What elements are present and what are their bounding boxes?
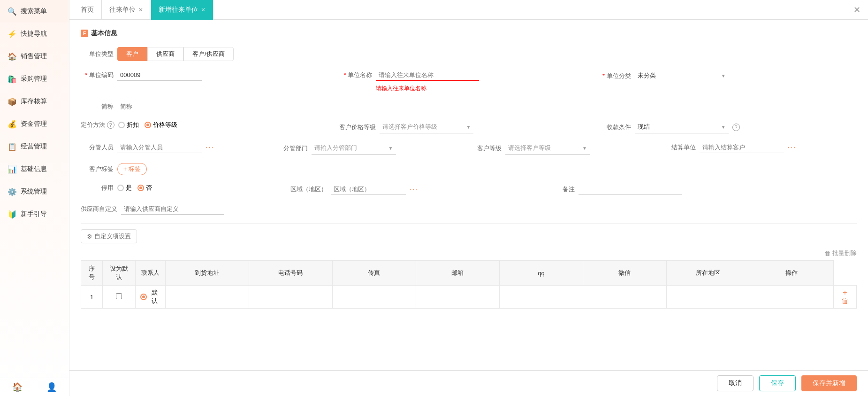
table-header-设为默认: 设为默认 (102, 261, 135, 286)
short-name-input[interactable] (117, 101, 221, 112)
tab-new-trading-unit[interactable]: 新增往来单位✕ (151, 0, 213, 20)
sidebar-label-inventory: 库存核算 (21, 97, 47, 106)
region-input[interactable] (331, 184, 406, 195)
row-contact[interactable] (165, 286, 249, 309)
sidebar-item-search[interactable]: 🔍搜索菜单 (0, 0, 69, 23)
disabled-field: 停用 是否 (81, 184, 290, 192)
close-all-tabs-button[interactable]: ✕ (850, 5, 864, 15)
unit-type-label: 单位类型 (81, 50, 114, 58)
email-input[interactable] (504, 294, 578, 301)
row-default-cell[interactable]: 默认 (135, 286, 165, 309)
sidebar-user-icon[interactable]: 👤 (46, 382, 57, 392)
disabled-radio-no[interactable]: 否 (137, 184, 152, 192)
wechat-input[interactable] (671, 294, 745, 301)
row-fax[interactable] (416, 286, 499, 309)
fax-input[interactable] (421, 294, 495, 301)
tab-home[interactable]: 首页 (73, 0, 102, 20)
unit-type-btn-customer[interactable]: 客户 (117, 47, 147, 61)
unit-category-value: 未分类 (638, 71, 656, 80)
row-checkbox-cell[interactable] (102, 286, 135, 309)
contact-input[interactable] (170, 294, 244, 301)
department-select[interactable]: 请输入分管部门 ▼ (312, 142, 396, 155)
sidebar-label-finance: 资金管理 (21, 120, 47, 128)
region-more-button[interactable]: ··· (410, 185, 419, 194)
address-input[interactable] (254, 294, 327, 301)
save-button[interactable]: 保存 (759, 375, 796, 391)
guide-icon: 🔰 (8, 210, 17, 219)
basic-info-icon: 📊 (8, 164, 17, 174)
pricing-row: 定价方法 ? 折扣价格等级 客户价格等级 请选择客户价格等级 ▼ 收款条件 现结… (81, 121, 857, 133)
quick-nav-icon: ⚡ (8, 29, 17, 39)
row-email[interactable] (499, 286, 583, 309)
pricing-radio-price-level[interactable]: 价格等级 (145, 121, 177, 129)
disabled-radio-yes[interactable]: 是 (117, 184, 132, 192)
add-row-button[interactable]: + (843, 288, 847, 297)
pricing-radio-discount[interactable]: 折扣 (118, 121, 139, 129)
settlement-more-button[interactable]: ··· (788, 143, 797, 152)
row-wechat[interactable] (666, 286, 750, 309)
unit-name-input[interactable] (376, 70, 479, 81)
save-add-button[interactable]: 保存并新增 (801, 375, 857, 391)
manager-input[interactable] (117, 142, 202, 153)
payment-terms-value: 现结 (638, 123, 650, 131)
sidebar-item-basic-info[interactable]: 📊基础信息 (0, 158, 69, 180)
customer-price-level-select[interactable]: 请选择客户价格等级 ▼ (380, 121, 473, 133)
bottom-bar: 取消 保存 保存并新增 (69, 370, 868, 396)
batch-delete-label[interactable]: 批量删除 (832, 249, 857, 257)
sidebar-item-sales[interactable]: 🏠销售管理 (0, 45, 69, 68)
table-header-联系人: 联系人 (135, 261, 165, 286)
unit-code-input[interactable] (117, 70, 202, 81)
discount-radio-circle (118, 122, 125, 128)
tab-close-new-trading-unit[interactable]: ✕ (201, 7, 206, 13)
settlement-unit-input[interactable] (700, 142, 784, 153)
purchase-icon: 🛍️ (8, 74, 17, 84)
row-checkbox[interactable] (107, 293, 130, 299)
cancel-button[interactable]: 取消 (717, 375, 754, 391)
tab-trading-unit[interactable]: 往来单位✕ (102, 0, 151, 20)
tab-close-trading-unit[interactable]: ✕ (138, 7, 143, 13)
unit-name-label: * 单位名称 (339, 71, 372, 79)
payment-terms-help-icon[interactable]: ? (732, 124, 740, 131)
add-tag-button[interactable]: + 标签 (117, 163, 147, 175)
sidebar-item-quick-nav[interactable]: ⚡快捷导航 (0, 23, 69, 45)
unit-category-label: * 单位分类 (598, 72, 631, 80)
customer-price-level-label: 客户价格等级 (339, 123, 376, 132)
customer-level-select[interactable]: 请选择客户等级 ▼ (505, 142, 590, 155)
pricing-help-icon[interactable]: ? (107, 121, 114, 129)
unit-type-group: 客户供应商客户/供应商 (117, 47, 234, 61)
payment-terms-select[interactable]: 现结 ▼ (635, 121, 729, 133)
sidebar-item-inventory[interactable]: 📦库存核算 (0, 90, 69, 113)
sidebar-item-system[interactable]: ⚙️系统管理 (0, 180, 69, 203)
phone-input[interactable] (337, 294, 411, 301)
unit-code-field: * 单位编码 (81, 70, 339, 81)
qq-input[interactable] (588, 294, 662, 301)
custom-settings-button[interactable]: ⚙ 自定义项设置 (81, 229, 137, 243)
supplier-custom-input[interactable] (121, 203, 224, 215)
sidebar-item-finance[interactable]: 💰资金管理 (0, 113, 69, 135)
no-disabled-radio-circle (137, 185, 144, 191)
pricing-method-label: 定价方法 ? (81, 121, 114, 129)
pricing-method-field: 定价方法 ? 折扣价格等级 (81, 121, 339, 129)
region-input[interactable] (755, 294, 829, 301)
delete-row-button[interactable]: 🗑 (841, 297, 849, 305)
manager-more-button[interactable]: ··· (206, 143, 214, 152)
row-address[interactable] (249, 286, 332, 309)
remark-input[interactable] (579, 184, 682, 195)
row-phone[interactable] (332, 286, 416, 309)
sidebar-item-purchase[interactable]: 🛍️采购管理 (0, 68, 69, 90)
sidebar-item-guide[interactable]: 🔰新手引导 (0, 203, 69, 225)
row-default-radio[interactable]: 默认 (140, 288, 160, 305)
unit-name-error: 请输入往来单位名称 (376, 85, 426, 92)
row-qq[interactable] (583, 286, 666, 309)
row-region[interactable] (750, 286, 833, 309)
sidebar-item-operations[interactable]: 📋经营管理 (0, 135, 69, 158)
unit-category-field: * 单位分类 未分类 ▼ (598, 70, 857, 82)
settlement-unit-label: 结算单位 (663, 143, 696, 152)
batch-delete-area: 🗑 批量删除 (81, 249, 857, 257)
payment-terms-field: 收款条件 现结 ▼ ? (598, 121, 857, 133)
unit-type-btn-supplier[interactable]: 供应商 (147, 47, 183, 61)
unit-category-select[interactable]: 未分类 ▼ (635, 70, 729, 82)
sidebar-home-icon[interactable]: 🏠 (12, 382, 23, 392)
row-seq: 1 (81, 286, 103, 309)
unit-type-btn-both[interactable]: 客户/供应商 (183, 47, 234, 61)
